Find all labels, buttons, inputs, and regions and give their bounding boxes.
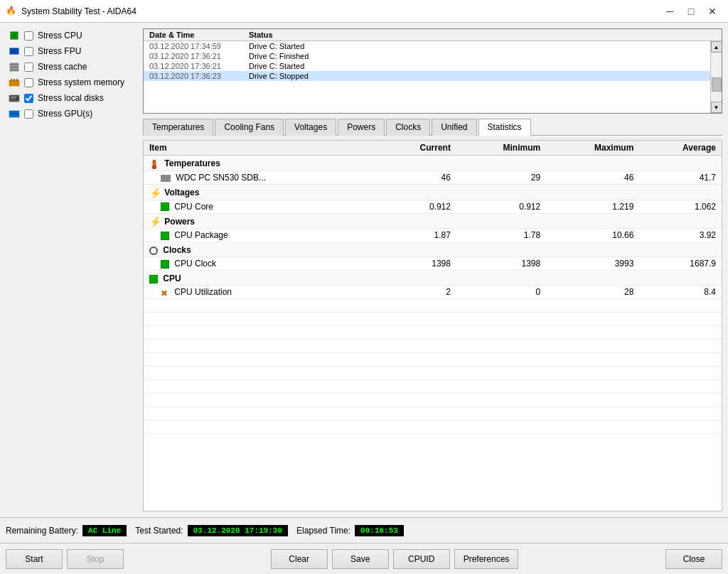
tab-cooling-fans[interactable]: Cooling Fans (215, 119, 284, 136)
svg-rect-1 (12, 33, 16, 38)
stress-gpus-checkbox[interactable] (24, 109, 33, 119)
stress-system-memory-label: Stress system memory (38, 77, 124, 87)
scroll-thumb[interactable] (712, 77, 722, 92)
tab-statistics[interactable]: Statistics (478, 119, 531, 136)
log-header: Date & Time Status (144, 29, 722, 41)
start-button[interactable]: Start (6, 549, 63, 569)
svg-rect-8 (11, 79, 12, 82)
bolt-icon-voltages: ⚡ (149, 188, 159, 198)
svg-rect-19 (154, 161, 155, 166)
title-bar: 🔥 System Stability Test - AIDA64 ─ □ ✕ (0, 0, 728, 23)
test-started-status: Test Started: 03.12.2020 17:19:30 (135, 525, 288, 536)
cpuid-button[interactable]: CPUID (393, 549, 450, 569)
test-started-label: Test Started: (135, 526, 183, 536)
scroll-up-arrow[interactable]: ▲ (711, 41, 722, 53)
log-row-datetime: 03.12.2020 17:34:59 (149, 42, 249, 50)
close-button[interactable]: Close (665, 549, 722, 569)
col-header-item: Item (144, 141, 379, 156)
log-row[interactable]: 03.12.2020 17:36:21 Drive C: Started (144, 61, 711, 71)
svg-rect-9 (14, 79, 15, 82)
tabs-container: Temperatures Cooling Fans Voltages Power… (143, 118, 722, 136)
item-average-cpu-utilization: 8.4 (639, 286, 722, 299)
item-maximum-wdc: 46 (546, 170, 639, 184)
log-row[interactable]: 03.12.2020 17:34:59 Drive C: Started (144, 41, 711, 51)
group-label-powers: ⚡ Powers (144, 213, 722, 229)
tab-temperatures[interactable]: Temperatures (143, 119, 213, 136)
col-header-maximum: Maximum (546, 141, 639, 156)
log-header-datetime: Date & Time (149, 31, 249, 39)
empty-row (144, 326, 722, 340)
svg-rect-5 (10, 66, 18, 68)
main-content: Stress CPU Stress FPU Stress cache (0, 23, 728, 517)
table-row-cpu-utilization: ✖ CPU Utilization 2 0 28 8.4 (144, 286, 722, 299)
stress-local-disks-item[interactable]: Stress local disks (6, 91, 137, 105)
log-row-datetime: 03.12.2020 17:36:21 (149, 62, 249, 70)
status-bar: Remaining Battery: AC Line Test Started:… (0, 517, 728, 543)
stress-local-disks-checkbox[interactable] (24, 94, 33, 103)
stress-gpus-item[interactable]: Stress GPU(s) (6, 107, 137, 121)
stress-cache-item[interactable]: Stress cache (6, 60, 137, 74)
preferences-button[interactable]: Preferences (454, 549, 519, 569)
item-minimum-cpu-package: 1.78 (456, 229, 546, 242)
table-row-cpu-clock: CPU Clock 1398 1398 3993 1687.9 (144, 257, 722, 271)
log-scrollbar[interactable]: ▲ ▼ (710, 41, 722, 113)
item-average-cpu-core: 1.062 (639, 200, 722, 213)
scroll-track[interactable] (711, 53, 722, 102)
item-name-cpu-utilization: ✖ CPU Utilization (144, 286, 379, 299)
stress-fpu-checkbox[interactable] (24, 47, 33, 56)
item-name-cpu-core: CPU Core (144, 200, 379, 213)
elapsed-time-status: Elapsed Time: 00:16:53 (296, 525, 404, 536)
stress-system-memory-item[interactable]: Stress system memory (6, 75, 137, 90)
left-panel: Stress CPU Stress FPU Stress cache (6, 28, 137, 511)
tab-voltages[interactable]: Voltages (285, 119, 336, 136)
stress-cpu-checkbox[interactable] (24, 31, 33, 40)
clock-icon (149, 247, 158, 255)
stress-gpus-label: Stress GPU(s) (38, 109, 92, 119)
clear-button[interactable]: Clear (271, 549, 328, 569)
item-maximum-cpu-package: 10.66 (546, 229, 639, 242)
tab-unified[interactable]: Unified (432, 119, 476, 136)
empty-row (144, 340, 722, 353)
elapsed-value: 00:16:53 (355, 525, 404, 536)
item-maximum-cpu-clock: 3993 (546, 257, 639, 271)
log-row-selected[interactable]: 03.12.2020 17:36:23 Drive C: Stopped (144, 71, 711, 81)
empty-row (144, 353, 722, 367)
group-label-clocks: Clocks (144, 242, 722, 257)
stress-cpu-icon (9, 30, 20, 41)
scroll-down-arrow[interactable]: ▼ (711, 102, 722, 113)
group-label-cpu: CPU (144, 271, 722, 286)
log-scroll-wrapper: 03.12.2020 17:34:59 Drive C: Started 03.… (144, 41, 722, 113)
stats-table: Item Current Minimum Maximum Average (144, 141, 722, 434)
window-close-button[interactable]: ✕ (702, 4, 722, 18)
svg-rect-12 (11, 97, 16, 98)
group-row-voltages: ⚡ Voltages (144, 184, 722, 200)
stop-button[interactable]: Stop (67, 549, 124, 569)
item-minimum-wdc: 29 (456, 170, 546, 184)
log-row[interactable]: 03.12.2020 17:36:21 Drive C: Finished (144, 51, 711, 61)
battery-status: Remaining Battery: AC Line (6, 525, 127, 536)
item-average-wdc: 41.7 (639, 170, 722, 184)
tab-clocks[interactable]: Clocks (386, 119, 430, 136)
stress-cpu-label: Stress CPU (38, 31, 82, 40)
item-name-cpu-package: CPU Package (144, 229, 379, 242)
item-name-cpu-clock: CPU Clock (144, 257, 379, 271)
maximize-button[interactable]: □ (681, 4, 701, 18)
group-row-temperatures: Temperatures (144, 156, 722, 171)
minimize-button[interactable]: ─ (660, 4, 680, 18)
col-header-minimum: Minimum (456, 141, 546, 156)
item-average-cpu-clock: 1687.9 (639, 257, 722, 271)
stress-local-disks-icon (9, 92, 20, 104)
stress-cpu-item[interactable]: Stress CPU (6, 28, 137, 43)
bolt-icon-powers: ⚡ (149, 217, 159, 227)
stress-cache-checkbox[interactable] (24, 63, 33, 72)
group-label-voltages: ⚡ Voltages (144, 184, 722, 200)
stress-system-memory-checkbox[interactable] (24, 78, 33, 87)
group-row-powers: ⚡ Powers (144, 213, 722, 229)
log-row-datetime: 03.12.2020 17:36:23 (149, 72, 249, 80)
tab-powers[interactable]: Powers (338, 119, 385, 136)
col-header-current: Current (379, 141, 456, 156)
stress-fpu-item[interactable]: Stress FPU (6, 44, 137, 58)
stress-fpu-icon (9, 45, 20, 57)
save-button[interactable]: Save (332, 549, 389, 569)
empty-row (144, 313, 722, 326)
